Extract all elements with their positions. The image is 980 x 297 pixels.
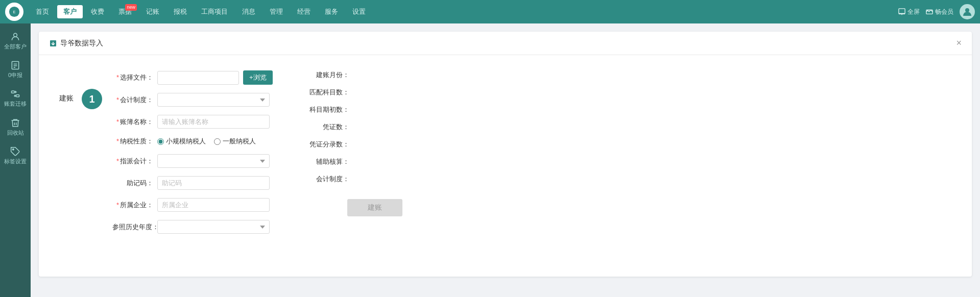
build-btn-wrapper: 建账 (303, 199, 446, 216)
assist-code-row: 助记码： (112, 176, 273, 190)
accounting-row: *会计制度： (112, 93, 273, 107)
sidebar: 全部客户 0申报 账套迁移 (0, 23, 31, 297)
tax-type-radio-group: 小规模纳税人 一般纳税人 (157, 137, 256, 146)
svg-rect-13 (16, 95, 19, 97)
company-input[interactable] (157, 198, 270, 212)
svg-rect-8 (12, 62, 18, 69)
nav-item-operations[interactable]: 经营 (291, 5, 317, 18)
history-year-row: 参照历史年度： (112, 220, 273, 234)
svg-rect-12 (12, 91, 15, 93)
tax-general-radio[interactable]: 一般纳税人 (214, 137, 256, 146)
browse-button[interactable]: +浏览 (243, 70, 273, 85)
history-year-select[interactable] (157, 220, 270, 234)
company-row: *所属企业： (112, 198, 273, 212)
step-badge: 1 (82, 89, 102, 109)
import-panel: 导爷数据导入 × 建账 1 *选择文件： (39, 32, 972, 277)
sidebar-item-tags[interactable]: 标签设置 (1, 142, 30, 169)
user-avatar[interactable] (960, 4, 975, 19)
main-content: 导爷数据导入 × 建账 1 *选择文件： (31, 23, 980, 297)
accountant-select[interactable] (157, 154, 270, 168)
accounting-system-row: 会计制度： (303, 175, 446, 184)
ledger-name-row: *账簿名称： (112, 115, 273, 129)
tax-type-row: *纳税性质： 小规模纳税人 一般纳税人 (112, 137, 273, 146)
tax-small-radio[interactable]: 小规模纳税人 (157, 137, 206, 146)
voucher-count-label: 凭证数： (303, 122, 349, 132)
sidebar-item-zero-report[interactable]: 0申报 (1, 56, 30, 83)
subject-init-label: 科目期初数： (303, 105, 349, 114)
voucher-entry-label: 凭证分录数： (303, 140, 349, 149)
nav-item-business[interactable]: 工商项目 (195, 5, 234, 18)
file-input[interactable] (157, 71, 239, 85)
panel-header: 导爷数据导入 × (39, 32, 972, 55)
import-icon (49, 39, 57, 47)
nav-item-tickets[interactable]: 票据 new (112, 5, 138, 18)
nav-item-services[interactable]: 服务 (319, 5, 344, 18)
file-label: *选择文件： (112, 73, 153, 82)
svg-point-7 (14, 33, 17, 37)
nav-right-actions: 全屏 畅会员 (898, 4, 975, 19)
sidebar-item-migrate[interactable]: 账套迁移 (1, 85, 30, 111)
right-form-section: 建账月份： 匹配科目数： 科目期初数： 凭证数： (303, 70, 446, 234)
aux-accounting-label: 辅助核算： (303, 157, 349, 166)
svg-text:E: E (13, 10, 16, 14)
assist-code-input[interactable] (157, 176, 270, 190)
nav-item-messages[interactable]: 消息 (236, 5, 261, 18)
voucher-count-row: 凭证数： (303, 122, 446, 132)
build-month-row: 建账月份： (303, 70, 446, 80)
fullscreen-button[interactable]: 全屏 (898, 8, 920, 16)
svg-point-6 (965, 8, 969, 12)
new-badge: new (125, 4, 137, 11)
nav-item-tax[interactable]: 报税 (168, 5, 193, 18)
nav-item-bookkeeping[interactable]: 记账 (140, 5, 165, 18)
aux-accounting-row: 辅助核算： (303, 157, 446, 166)
build-month-label: 建账月份： (303, 70, 349, 80)
panel-close-button[interactable]: × (956, 38, 962, 48)
accounting-label: *会计制度： (112, 95, 153, 105)
tax-type-label: *纳税性质： (112, 137, 153, 146)
nav-item-management[interactable]: 管理 (264, 5, 289, 18)
nav-item-fees[interactable]: 收费 (85, 5, 110, 18)
nav-item-clients[interactable]: 客户 (57, 5, 83, 18)
accountant-row: *指派会计： (112, 154, 273, 168)
subject-init-row: 科目期初数： (303, 105, 446, 114)
company-label: *所属企业： (112, 201, 153, 210)
file-row: *选择文件： +浏览 (112, 70, 273, 85)
history-year-label: 参照历史年度： (112, 222, 153, 232)
assist-code-label: 助记码： (112, 179, 153, 188)
build-button[interactable]: 建账 (347, 199, 402, 216)
accountant-label: *指派会计： (112, 157, 153, 166)
sidebar-item-all-clients[interactable]: 全部客户 (1, 28, 30, 54)
step-label: 建账 (59, 94, 74, 103)
vip-button[interactable]: 畅会员 (926, 8, 953, 16)
step-section: 建账 1 *选择文件： +浏览 (59, 70, 273, 234)
accounting-select[interactable] (157, 93, 270, 107)
match-subjects-row: 匹配科目数： (303, 88, 446, 97)
top-navigation: E 首页 客户 收费 票据 new 记账 报税 工商项目 消息 管理 经营 服务… (0, 0, 980, 23)
nav-menu: 首页 客户 收费 票据 new 记账 报税 工商项目 消息 管理 经营 服务 设… (30, 5, 898, 18)
left-form: *选择文件： +浏览 *会计制度： (112, 70, 273, 234)
ledger-name-input[interactable] (157, 115, 270, 129)
accounting-system-label: 会计制度： (303, 175, 349, 184)
main-layout: 全部客户 0申报 账套迁移 (0, 23, 980, 297)
sidebar-item-recycle[interactable]: 回收站 (1, 114, 30, 140)
svg-point-16 (13, 148, 14, 150)
voucher-entry-row: 凭证分录数： (303, 140, 446, 149)
right-form: 建账月份： 匹配科目数： 科目期初数： 凭证数： (303, 70, 446, 184)
nav-item-home[interactable]: 首页 (30, 5, 55, 18)
ledger-name-label: *账簿名称： (112, 117, 153, 127)
svg-rect-2 (899, 9, 905, 14)
nav-item-settings[interactable]: 设置 (346, 5, 372, 18)
form-area: 建账 1 *选择文件： +浏览 (39, 55, 972, 249)
app-logo[interactable]: E (5, 3, 23, 21)
match-subjects-label: 匹配科目数： (303, 88, 349, 97)
panel-title: 导爷数据导入 (49, 39, 103, 48)
